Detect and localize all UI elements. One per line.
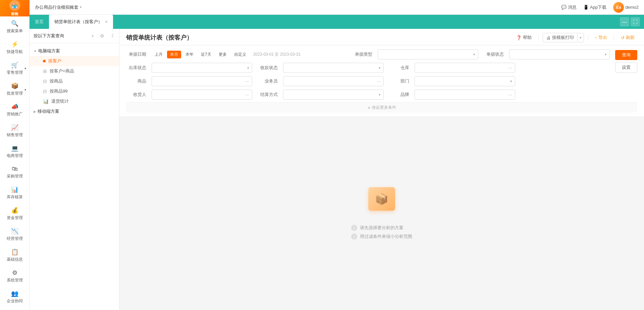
sidebar-item-14[interactable]: 🎯新手引导 (0, 307, 30, 310)
sidebar-icon-1: ⚡ (11, 41, 18, 48)
sidebar-item-9[interactable]: 💰资金管理 (0, 203, 30, 224)
sidebar-item-6[interactable]: 💻电商管理 (0, 141, 30, 162)
sidebar-icon-13: 👥 (11, 290, 18, 297)
refresh-icon: ↺ (621, 35, 625, 40)
tab-home[interactable]: 首页 (30, 15, 49, 29)
tab-minimize-btn[interactable]: — (620, 17, 629, 27)
date-btn-more[interactable]: 更多 (216, 51, 230, 58)
sidebar-icon-4: 📣 (11, 103, 18, 110)
doc-status-arrow: ▾ (605, 52, 607, 57)
sidebar-item-7[interactable]: 🛍采购管理 (0, 162, 30, 183)
brand-select[interactable]: ··· (415, 90, 515, 100)
tab-bar-right: — ⛶ (620, 17, 644, 27)
sidebar-item-4[interactable]: 📣营销推广 (0, 100, 30, 120)
warehouse-dots: ··· (508, 65, 512, 70)
app-logo: 🏪 标账 (0, 0, 30, 16)
sidebar-item-3[interactable]: 📦批发管理 (0, 79, 30, 100)
recipient-select[interactable]: ··· (152, 90, 252, 100)
sidebar-label-11: 基础信息 (7, 257, 23, 262)
active-dot (43, 60, 46, 62)
divider1 (538, 35, 539, 40)
panel-collapse-btn[interactable]: 《 (108, 32, 115, 40)
date-quick-btns: 上月 本月 本年 近7天 (152, 51, 249, 58)
tab-active[interactable]: 销货单统计表（按客户） × (49, 15, 113, 29)
sidebar-icon-10: 📉 (11, 227, 18, 235)
warehouse-label: 仓库 (389, 65, 409, 71)
date-btn-custom[interactable]: 自定义 (231, 51, 249, 58)
dept-label: 部门 (389, 78, 409, 84)
collapse-more-btn[interactable]: ∧ 收起更多条件 (126, 102, 637, 112)
query-btn[interactable]: 查询 (615, 50, 637, 60)
goods-label: 商品 (126, 78, 146, 84)
refresh-btn[interactable]: ↺ 刷新 (618, 33, 637, 42)
tree-item-by-customer-goods[interactable]: ⊞ 按客户+商品 (30, 66, 119, 76)
sidebar-label-4: 营销推广 (7, 111, 23, 117)
filter-area: 单据日期 上月 本月 本年 (119, 45, 644, 117)
doc-status-label: 单据状态 (484, 51, 504, 57)
print-btn[interactable]: 🖨 按模板打印 ▾ (543, 33, 584, 42)
topbar-dropdown-arrow[interactable]: ▾ (80, 5, 82, 9)
user-menu[interactable]: Ea demo2 (613, 2, 639, 13)
sidebar-item-2[interactable]: 🛒零售管理 (0, 58, 30, 79)
brand-label: 品牌 (389, 92, 409, 98)
tree-mobile-section[interactable]: ▶ 移动端方案 (30, 106, 119, 116)
date-control: 上月 本月 本年 近7天 (152, 51, 347, 58)
doc-status-select[interactable]: ▾ (509, 49, 610, 59)
sidebar-item-10[interactable]: 📉经营管理 (0, 224, 30, 245)
sidebar-item-8[interactable]: 📊库存核算 (0, 183, 30, 203)
tree-toggle-icon: ▼ (34, 49, 37, 53)
empty-hint-1: 1 请先选择要分析的方案 (351, 225, 412, 231)
sidebar-item-0[interactable]: 🔍搜索菜单 (0, 16, 30, 37)
sidebar-label-6: 电商管理 (7, 153, 23, 159)
date-btn-last-month[interactable]: 上月 (152, 51, 166, 58)
message-btn[interactable]: 💬 消息 (561, 4, 577, 10)
dept-select[interactable]: ▾ (415, 76, 515, 86)
tree-item-by-goods[interactable]: ⊟ 按商品 (30, 76, 119, 86)
tree-item-return-stats[interactable]: 📊 退货统计 (30, 96, 119, 106)
content-area: 按以下方案查询 + ⚙ 《 ▼ 电脑端方案 (30, 29, 644, 310)
print-dropdown-arrow[interactable]: ▾ (577, 34, 584, 41)
sidebar-item-5[interactable]: 📈销售管理 (0, 120, 30, 141)
tab-close-btn[interactable]: × (105, 19, 108, 24)
divider3 (614, 35, 614, 40)
export-btn[interactable]: ↑ 导出 (592, 33, 610, 42)
help-btn[interactable]: ❓ 帮助 (514, 33, 534, 42)
payment-status-select[interactable]: ▾ (283, 63, 384, 73)
tab-maximize-btn[interactable]: ⛶ (631, 17, 640, 27)
date-btn-this-month[interactable]: 本月 (167, 51, 181, 58)
settings-btn[interactable]: 设置 (615, 62, 637, 73)
sidebar-label-2: 零售管理 (7, 70, 23, 75)
app-download-btn[interactable]: 📱 App下载 (583, 4, 606, 10)
left-panel-title: 按以下方案查询 (34, 33, 64, 39)
divider2 (588, 35, 588, 40)
goods-select[interactable]: ··· (152, 76, 252, 86)
sidebar-item-1[interactable]: ⚡快捷导航 (0, 37, 30, 58)
topbar-right: 💬 消息 📱 App下载 Ea demo2 (561, 2, 639, 13)
sidebar-item-12[interactable]: ⚙系统管理 (0, 266, 30, 287)
main-area: 办公用品行业模拟账套 ▾ 💬 消息 📱 App下载 Ea demo2 首页 (30, 0, 644, 310)
scheme-settings-btn[interactable]: ⚙ (98, 32, 106, 40)
tree-item-by-customer[interactable]: 按客户 (30, 56, 119, 66)
doc-type-label: 单据类型 (352, 51, 372, 57)
warehouse-select[interactable]: ··· (415, 63, 515, 73)
out-status-label: 出库状态 (126, 65, 146, 71)
tree-item-by-goods99[interactable]: ⊟ 按商品99 (30, 86, 119, 96)
doc-type-select[interactable]: ▾ (378, 49, 478, 59)
settlement-select[interactable]: ▾ (283, 90, 384, 100)
gear-icon: ⚙ (100, 33, 104, 39)
date-btn-7days[interactable]: 近7天 (198, 51, 214, 58)
date-btn-this-year[interactable]: 本年 (182, 51, 197, 58)
download-icon: 📱 (583, 5, 589, 10)
add-scheme-btn[interactable]: + (89, 32, 96, 40)
message-icon: 💬 (561, 5, 567, 10)
tree-desktop-section[interactable]: ▼ 电脑端方案 (30, 46, 119, 56)
empty-box-graphic (368, 187, 395, 211)
topbar: 办公用品行业模拟账套 ▾ 💬 消息 📱 App下载 Ea demo2 (30, 0, 644, 15)
sidebar-item-13[interactable]: 👥企业协同 (0, 287, 30, 307)
salesperson-select[interactable]: ··· (283, 76, 384, 86)
sidebar-item-11[interactable]: 📋基础信息 (0, 245, 30, 266)
salesperson-dots: ··· (377, 79, 381, 84)
out-status-select[interactable]: ▾ (152, 63, 252, 73)
date-label: 单据日期 (126, 51, 146, 57)
sidebar-icon-11: 📋 (11, 248, 18, 256)
